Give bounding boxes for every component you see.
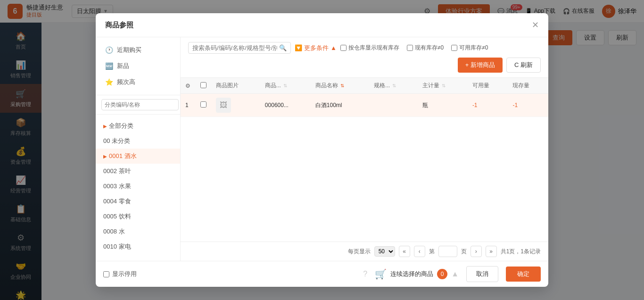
next-page-button[interactable]: › [471,246,482,257]
prev-page-button[interactable]: ‹ [414,246,425,257]
modal-header: 商品参照 ✕ [96,13,548,37]
quick-label-new: 新品 [117,62,129,70]
col-unit[interactable]: 主计量 ⇅ [418,78,468,94]
modal-left-panel: 🕐 近期购买 🆕 新品 ⭐ 频次高 🔍 « [96,37,181,261]
total-info: 共1页，1条记录 [501,248,541,256]
col-settings[interactable]: ⚙ [181,78,196,94]
row-unit: 瓶 [418,94,468,117]
product-image-placeholder: 🖼 [216,98,231,113]
product-search-bar: 🔍 🔽 更多条件 ▲ 按仓库显示现有库存 [181,37,548,78]
product-search-input[interactable] [192,44,277,51]
col-stock: 现存量 [508,78,548,94]
quick-item-recent[interactable]: 🕐 近期购买 [101,43,174,57]
more-filters-button[interactable]: 🔽 更多条件 ▲ [295,44,337,52]
col-name[interactable]: 商品名称 ⇅ [311,78,369,94]
modal-footer: 显示停用 ? 🛒 连续选择的商品 0 ▲ 取消 确定 [96,261,548,287]
product-reference-modal: 商品参照 ✕ 🕐 近期购买 🆕 新品 ⭐ [96,13,548,287]
caret-liquor-icon: ▶ [103,154,107,159]
category-item-all[interactable]: ▶ 全部分类 [96,118,180,133]
confirm-button[interactable]: 确定 [506,267,541,282]
new-product-icon: 🆕 [105,62,113,70]
col-checkbox [196,78,211,94]
per-page-select[interactable]: 50 [374,246,395,257]
modal-close-button[interactable]: ✕ [532,20,539,30]
collapse-cart-icon[interactable]: ▲ [451,270,459,278]
select-all-checkbox[interactable] [200,82,206,88]
row-num: 1 [181,94,196,117]
col-spec[interactable]: 规格... ⇅ [369,78,418,94]
row-code: 000600... [260,94,311,117]
quick-label-frequent: 频次高 [117,78,135,86]
col-image: 商品图片 [211,78,260,94]
page-label: 第 [429,248,435,256]
filter-caret-icon: ▲ [330,44,337,51]
add-product-button[interactable]: + 新增商品 [458,58,503,73]
product-table-wrap: ⚙ 商品图片 商品... ⇅ [181,78,548,242]
cart-icon[interactable]: 🛒 [375,268,387,280]
col-code[interactable]: 商品... ⇅ [260,78,311,94]
product-table: ⚙ 商品图片 商品... ⇅ [181,78,548,117]
per-page-label: 每页显示 [348,248,371,256]
cart-count: 0 [437,269,447,279]
cart-label: 连续选择的商品 [390,270,433,278]
show-disabled-checkbox[interactable] [103,271,109,277]
cart-area: 🛒 连续选择的商品 0 ▲ [375,268,459,280]
checkbox-by-warehouse[interactable]: 按仓库显示现有库存 [340,44,399,52]
col-available: 可用量 [468,78,508,94]
row-available: -1 [468,94,508,117]
checkbox-available-nonzero[interactable]: 可用库存≠0 [451,44,488,52]
help-icon[interactable]: ? [363,270,367,278]
category-search-input[interactable] [101,99,179,110]
row-spec [369,94,418,117]
recent-icon: 🕐 [105,46,113,54]
table-header-row: ⚙ 商品图片 商品... ⇅ [181,78,548,94]
star-icon: ⭐ [105,78,113,86]
sort-spec-icon[interactable]: ⇅ [392,83,396,88]
row-stock: -1 [508,94,548,117]
product-search-icon[interactable]: 🔍 [279,44,287,51]
row-image: 🖼 [211,94,260,117]
modal-overlay: 商品参照 ✕ 🕐 近期购买 🆕 新品 ⭐ [0,0,644,300]
search-action-buttons: + 新增商品 C 刷新 [458,58,541,73]
filter-checkboxes: 按仓库显示现有库存 现有库存≠0 可用库存≠0 [340,44,488,52]
category-item-uncat[interactable]: 00 未分类 [96,133,180,149]
row-name: 白酒100ml [311,94,369,117]
row-checkbox[interactable] [196,94,211,117]
modal-body: 🕐 近期购买 🆕 新品 ⭐ 频次高 🔍 « [96,37,548,261]
category-item-tea[interactable]: 0002 茶叶 [96,164,180,179]
quick-items-section: 🕐 近期购买 🆕 新品 ⭐ 频次高 [96,43,180,95]
table-row[interactable]: 1 🖼 000600... 白酒100ml 瓶 [181,94,548,117]
last-page-button[interactable]: » [486,246,497,257]
caret-all-icon: ▶ [103,124,107,129]
modal-title: 商品参照 [105,21,133,30]
quick-item-frequent[interactable]: ⭐ 频次高 [101,75,174,89]
filter-icon: 🔽 [295,44,302,51]
sort-unit-icon[interactable]: ⇅ [442,83,446,88]
category-item-fruit[interactable]: 0003 水果 [96,179,180,194]
category-item-water[interactable]: 0008 水 [96,224,180,239]
checkbox-stock-nonzero[interactable]: 现有库存≠0 [407,44,444,52]
sort-name-icon[interactable]: ⇅ [340,83,344,88]
category-item-snack[interactable]: 0004 零食 [96,194,180,209]
footer-actions: ? 🛒 连续选择的商品 0 ▲ 取消 确定 [363,266,541,282]
category-list: ▶ 全部分类 00 未分类 ▶ 0001 酒水 0002 茶叶 0003 水果 [96,115,180,258]
table-refresh-button[interactable]: C 刷新 [506,58,541,73]
category-item-electronics[interactable]: 0010 家电 [96,239,180,254]
page-suffix: 页 [461,248,467,256]
show-disabled-label[interactable]: 显示停用 [103,270,137,278]
category-item-liquor[interactable]: ▶ 0001 酒水 [96,149,180,164]
cancel-button[interactable]: 取消 [466,266,498,282]
first-page-button[interactable]: « [399,246,410,257]
page-number-input[interactable]: 1 [438,246,457,257]
pagination-bar: 每页显示 50 « ‹ 第 1 页 › » 共1页，1条记录 [181,242,548,261]
sort-code-icon[interactable]: ⇅ [283,83,287,88]
quick-item-new[interactable]: 🆕 新品 [101,59,174,73]
category-search: 🔍 « [96,95,180,115]
search-input-wrap: 🔍 [188,42,291,54]
category-item-beverage[interactable]: 0005 饮料 [96,209,180,224]
modal-right-panel: 🔍 🔽 更多条件 ▲ 按仓库显示现有库存 [181,37,548,261]
quick-label-recent: 近期购买 [117,46,141,54]
